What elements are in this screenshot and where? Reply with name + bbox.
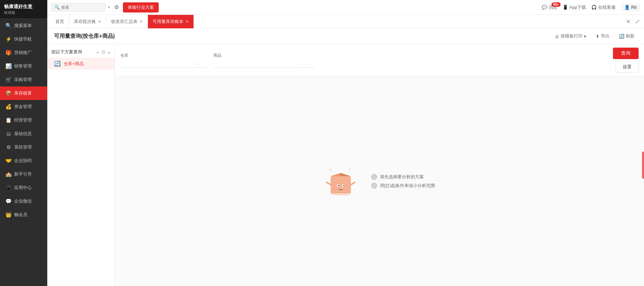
service-button[interactable]: 🎧 在线客服 (591, 4, 616, 10)
sidebar-item-wechat[interactable]: 💬企业微信 (0, 194, 47, 208)
operation-icon: 📋 (5, 117, 11, 123)
svg-marker-2 (341, 173, 351, 176)
restore-tab-button[interactable]: ⤢ (634, 17, 641, 27)
purchase-icon: 🛒 (5, 77, 11, 83)
sidebar-item-purchase[interactable]: 🛒采购管理 (0, 73, 47, 86)
printer-icon: 🖨 (555, 34, 559, 39)
svg-text:?: ? (348, 166, 351, 172)
tab-close-icon[interactable]: ✕ (139, 19, 143, 24)
search-icon: 🔍 (5, 23, 11, 29)
guide-icon: 🏫 (5, 171, 11, 177)
sidebar-item-label: 经营管理 (14, 117, 32, 123)
warehouse-input[interactable] (120, 60, 195, 68)
tab-label: 收发存汇总表 (111, 19, 137, 25)
user-menu[interactable]: 👤 Rit (621, 3, 640, 11)
trial-button[interactable]: 体验行业方案 (123, 2, 159, 12)
goods-input[interactable] (213, 60, 301, 68)
chevron-down-icon[interactable]: ▾ (108, 5, 110, 9)
app-label: App下载 (569, 4, 586, 10)
inventory-icon: 📦 (5, 90, 11, 96)
tab-close-icon[interactable]: ✕ (98, 19, 101, 24)
sidebar-item-sales[interactable]: 📊销售管理 (0, 59, 47, 73)
sidebar-item-basic[interactable]: 🗂基础信息 (0, 127, 47, 140)
close-tab-button[interactable]: ✕ (624, 17, 632, 27)
sidebar-item-finance[interactable]: 💰资金管理 (0, 100, 47, 113)
tab-available[interactable]: 可用量库存账本✕ (148, 15, 194, 28)
tip-text-2: 用[过滤]条件来缩小分析范围 (380, 183, 435, 189)
sidebar-item-label: 搜索菜单 (14, 23, 32, 29)
settings-button[interactable]: 设置 (616, 61, 639, 73)
page-title: 可用量查询(按仓库+商品) (54, 33, 115, 40)
scheme-actions: + ⊙ « (96, 49, 110, 55)
sidebar: 畅康通好生意 标准版 🔍搜索菜单⚡快捷导航🎁营销推广📊销售管理🛒采购管理📦库存核… (0, 0, 47, 286)
gear-icon[interactable]: ⚙ (113, 4, 120, 10)
collab-icon: 🤝 (5, 158, 11, 164)
refresh-button[interactable]: 🔄 刷新 (616, 32, 637, 41)
sidebar-item-collab[interactable]: 🤝企业协同 (0, 154, 47, 167)
svg-point-10 (331, 192, 351, 196)
collapse-scheme-icon[interactable]: « (108, 49, 110, 55)
empty-state: ? ? 1 请先选择要分析的方案 2 用[过滤]条件来缩小分析范围 (115, 76, 644, 286)
tabbar-actions: ✕ ⤢ (624, 17, 644, 27)
message-button[interactable]: 💬 消息 99+ (542, 4, 557, 10)
sidebar-item-member[interactable]: 👑畅会员 (0, 208, 47, 222)
wechat-icon: 💬 (5, 198, 11, 204)
brand-edition: 标准版 (4, 10, 43, 15)
sidebar-item-operation[interactable]: 📋经营管理 (0, 113, 47, 127)
member-icon: 👑 (5, 212, 11, 218)
sidebar-item-shortcut[interactable]: ⚡快捷导航 (0, 32, 47, 46)
add-scheme-icon[interactable]: + (96, 49, 99, 55)
sidebar-item-label: 快捷导航 (14, 36, 32, 42)
settings-scheme-icon[interactable]: ⊙ (101, 49, 106, 55)
export-button[interactable]: ⬆ 导出 (593, 32, 612, 41)
tab-label: 首页 (55, 19, 64, 25)
page-header: 可用量查询(按仓库+商品) 🖨 按模板打印 ▾ ⬆ 导出 🔄 刷新 (47, 28, 644, 44)
scheme-panel: 按以下方案查询 + ⊙ « 🔄仓库+商品 (47, 44, 115, 286)
goods-more-icon[interactable]: ··· (301, 61, 308, 66)
sidebar-item-label: 基础信息 (14, 131, 32, 137)
scheme-item-warehouse_goods[interactable]: 🔄仓库+商品 (47, 58, 114, 70)
scheme-header-label: 按以下方案查询 (51, 49, 82, 55)
tab-batch[interactable]: 库存批次账✕ (69, 15, 106, 28)
sidebar-item-marketing[interactable]: 🎁营销推广 (0, 46, 47, 59)
empty-tip-2: 2 用[过滤]条件来缩小分析范围 (371, 183, 435, 189)
svg-line-9 (351, 182, 355, 185)
main-panel: 仓库 ··· 商品 ··· 查询 设置 (115, 44, 644, 286)
shortcut-icon: ⚡ (5, 36, 11, 42)
svg-text:?: ? (329, 168, 332, 173)
search-input[interactable] (61, 5, 95, 10)
chevron-down-icon[interactable]: ▾ (584, 34, 586, 39)
sidebar-item-guide[interactable]: 🏫新手引导 (0, 167, 47, 181)
warehouse-more-icon[interactable]: ··· (195, 61, 201, 66)
content-area: 按以下方案查询 + ⊙ « 🔄仓库+商品 仓库 ··· (47, 44, 644, 286)
filter-bar: 仓库 ··· 商品 ··· 查询 设置 (115, 44, 644, 76)
sidebar-item-appstore[interactable]: 📱应用中心 (0, 181, 47, 194)
export-label: 导出 (601, 33, 610, 39)
tab-close-icon[interactable]: ✕ (185, 19, 189, 24)
user-icon: 👤 (624, 5, 630, 10)
tab-home[interactable]: 首页 (51, 15, 69, 28)
tab-summary[interactable]: 收发存汇总表✕ (106, 15, 148, 28)
sidebar-item-label: 库存核算 (14, 90, 32, 96)
sidebar-item-label: 营销推广 (14, 50, 32, 56)
sidebar-item-inventory[interactable]: 📦库存核算 (0, 86, 47, 100)
scheme-item-label: 仓库+商品 (63, 61, 84, 67)
tabbar: 首页库存批次账✕收发存汇总表✕可用量库存账本✕ ✕ ⤢ (47, 15, 644, 28)
topbar-right: 💬 消息 99+ 📱 App下载 🎧 在线客服 👤 Rit (542, 3, 640, 11)
refresh-icon: 🔄 (619, 34, 624, 39)
print-button[interactable]: 🖨 按模板打印 ▾ (552, 32, 589, 41)
sidebar-item-label: 畅会员 (14, 212, 27, 218)
service-label: 在线客服 (598, 4, 616, 10)
print-label: 按模板打印 (561, 33, 583, 39)
sidebar-item-system[interactable]: ⚙系统管理 (0, 140, 47, 154)
app-download-button[interactable]: 📱 App下载 (563, 4, 586, 10)
svg-point-6 (338, 185, 339, 186)
tip-text-1: 请先选择要分析的方案 (380, 174, 424, 180)
topbar-search[interactable]: 🔍 (51, 3, 105, 11)
search-icon: 🔍 (54, 5, 60, 10)
tab-label: 库存批次账 (74, 19, 96, 25)
svg-marker-1 (331, 173, 341, 176)
sidebar-item-search[interactable]: 🔍搜索菜单 (0, 19, 47, 32)
query-button[interactable]: 查询 (613, 48, 639, 59)
svg-line-8 (327, 182, 331, 185)
